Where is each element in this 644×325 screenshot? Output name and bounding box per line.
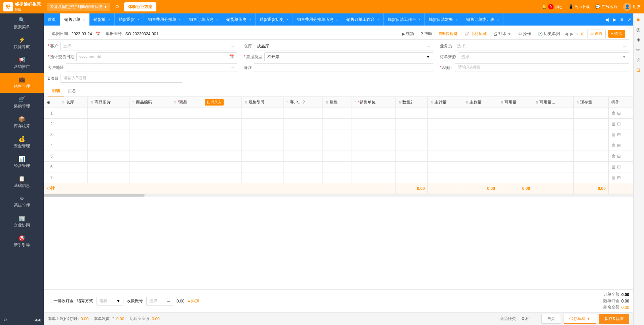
settlement-select[interactable]: 选择... ▼	[97, 297, 123, 306]
table-tab-detail[interactable]: 明细	[48, 86, 64, 96]
right-panel-btn-5[interactable]: ☆	[634, 55, 643, 65]
a-project-input[interactable]: 请输入A项目	[455, 63, 629, 72]
tab-close-reconcile[interactable]: ×	[456, 18, 458, 22]
salesperson-input[interactable]: 选择... ···	[454, 42, 629, 50]
sort-icon-spec[interactable]: ⇅	[244, 100, 247, 104]
sort-icon-product-image[interactable]: ⇅	[90, 100, 93, 104]
scrollbar-thumb[interactable]	[44, 194, 145, 197]
sort-icon-available[interactable]: ⇅	[501, 100, 503, 104]
tab-close-order-workbench[interactable]: ×	[377, 18, 379, 22]
sort-icon-warehouse[interactable]: ⇅	[62, 100, 65, 104]
settings-gear-icon[interactable]: ⚙	[114, 3, 121, 11]
delivery-calendar-icon[interactable]: 📅	[229, 54, 234, 59]
row-copy-icon[interactable]: ⊞	[617, 175, 621, 180]
sort-icon-product[interactable]: ⇅	[174, 100, 177, 104]
right-panel-btn-3[interactable]: ◈	[634, 35, 643, 44]
print-btn[interactable]: 🖨 打印 ▼	[491, 30, 514, 38]
sort-icon-main-unit[interactable]: ⇅	[430, 100, 433, 104]
sidebar-item-search[interactable]: 🔍 搜索菜单	[0, 13, 44, 33]
customer-input[interactable]: 选择... ···	[60, 42, 237, 50]
delivery-input[interactable]: yyyy-mm-dd 📅	[76, 52, 237, 61]
row-delete-icon[interactable]: 🗑	[611, 111, 616, 116]
sidebar-item-system[interactable]: ⚙ 系统管理	[0, 192, 44, 212]
add-payment-btn[interactable]: ● 添加	[188, 298, 199, 304]
tab-home[interactable]: 首页	[44, 13, 60, 26]
system-title[interactable]: 装备及固定资产辅助管理系统 ▼	[47, 3, 110, 11]
tab-sales-expense[interactable]: 销售费用分摊单 ×	[144, 13, 185, 26]
tab-close-sales-bill-history[interactable]: ×	[249, 18, 251, 22]
row-copy-icon[interactable]: ⊞	[617, 132, 621, 137]
account-dots-icon[interactable]: ···	[167, 299, 170, 303]
settings-button[interactable]: ⚙ 设置	[587, 30, 606, 38]
row-delete-icon[interactable]: 🗑	[611, 132, 616, 137]
row-copy-icon[interactable]: ⊞	[617, 111, 621, 116]
sidebar-item-purchase[interactable]: 🛒 采购管理	[0, 93, 44, 113]
tab-expand-btn[interactable]: ⤢	[625, 13, 633, 26]
operations-btn[interactable]: ⚙ 操作	[516, 30, 533, 38]
sidebar-item-basic[interactable]: 📋 基础信息	[0, 172, 44, 192]
tab-sales-return[interactable]: 销货退货 ×	[115, 13, 144, 26]
add-material-button[interactable]: + 物流	[608, 30, 625, 38]
sidebar-item-enterprise[interactable]: 🏢 企业协同	[0, 212, 44, 232]
user-item[interactable]: 👤 用友	[623, 3, 641, 11]
calendar-icon[interactable]: 📅	[95, 32, 100, 36]
tab-close-expense-history[interactable]: ×	[336, 18, 338, 22]
save-new-button[interactable]: 保存&新增	[599, 314, 629, 324]
view-toggle-list[interactable]: ≡	[576, 32, 578, 36]
online-service-item[interactable]: 💬 在线客服	[595, 4, 618, 10]
shortcut-btn[interactable]: ⌨ 快捷键	[437, 30, 460, 38]
scan-button[interactable]: 扫码录入	[205, 99, 224, 106]
tab-close-stats[interactable]: ×	[497, 18, 499, 22]
tab-sales-order-history[interactable]: 销售订单历史 ×	[185, 13, 222, 26]
tab-sales-bill-history[interactable]: 销货单历史 ×	[222, 13, 256, 26]
row-delete-icon[interactable]: 🗑	[611, 164, 616, 169]
tab-sales-order[interactable]: 销售订单 ×	[60, 13, 89, 26]
row-delete-icon[interactable]: 🗑	[611, 121, 616, 126]
row-delete-icon[interactable]: 🗑	[611, 143, 616, 148]
sidebar-item-quick-nav[interactable]: ⚡ 快捷导航	[0, 33, 44, 53]
app-download-item[interactable]: 📱 App下载	[568, 4, 590, 10]
right-panel-btn-6[interactable]: ⊡	[634, 65, 643, 75]
account-select[interactable]: 选择... ···	[146, 297, 173, 306]
help-btn[interactable]: ? 帮助	[419, 30, 434, 38]
solution-button[interactable]: 体验行业方案	[124, 2, 156, 11]
sidebar-item-inventory[interactable]: 📦 库存核算	[0, 113, 44, 132]
row-copy-icon[interactable]: ⊞	[617, 164, 621, 169]
order-source-input[interactable]: 选择... ▼	[458, 52, 629, 61]
address-input[interactable]: ···	[66, 63, 237, 72]
secondary-help-icon[interactable]: ?	[112, 317, 114, 321]
tab-order-workbench[interactable]: 销售订单工作台 ×	[342, 13, 384, 26]
sort-icon-attributes[interactable]: ⇅	[326, 100, 328, 104]
sidebar-settings-icon[interactable]: ⚙	[3, 318, 7, 322]
tab-stats[interactable]: 销售订单统计表 ×	[462, 13, 503, 26]
sidebar-item-sales[interactable]: 💼 销售管理	[0, 73, 44, 93]
tab-return-history[interactable]: 销货退货历史 ×	[256, 13, 293, 26]
right-panel-btn-4[interactable]: ✏	[634, 45, 643, 54]
product-count-icon[interactable]: ⊙	[494, 317, 498, 321]
one-click-deposit-checkbox[interactable]: 一键收订金	[48, 298, 74, 304]
salesperson-dots-icon[interactable]: ···	[623, 44, 626, 48]
warehouse-dots-icon[interactable]: ···	[427, 44, 430, 48]
view-toggle-grid[interactable]: ⊞	[581, 32, 584, 36]
sort-icon-customer-code[interactable]: ⇅	[286, 100, 289, 104]
row-copy-icon[interactable]: ⊞	[617, 154, 621, 159]
tab-close-sales-expense[interactable]: ×	[179, 18, 181, 22]
tab-prev-btn[interactable]: ◀	[603, 13, 611, 26]
col-settings[interactable]: ⚙	[44, 97, 59, 108]
row-delete-icon[interactable]: 🗑	[611, 175, 616, 180]
row-copy-icon[interactable]: ⊞	[617, 121, 621, 126]
notes-input[interactable]	[254, 63, 433, 72]
history-btn[interactable]: 🕐 历史单据	[536, 30, 562, 38]
form-nav-prev[interactable]: ◀	[565, 32, 568, 36]
tab-menu-btn[interactable]: ≡	[618, 13, 625, 26]
scrollbar-track[interactable]	[44, 194, 633, 197]
warehouse-input[interactable]: 成品库 ···	[254, 42, 433, 50]
address-dots-icon[interactable]: ···	[231, 65, 234, 70]
sort-icon-sales-unit[interactable]: ⇅	[354, 100, 357, 104]
tab-close-daily-clear[interactable]: ×	[419, 18, 421, 22]
one-click-deposit-input[interactable]	[48, 299, 52, 303]
tab-expense-history[interactable]: 销售费用分摊单历史 ×	[293, 13, 342, 26]
form-nav-next[interactable]: ▶	[570, 32, 573, 36]
right-panel-btn-2[interactable]: ◎	[634, 25, 643, 34]
save-draft-button[interactable]: 保存草稿 ▼	[564, 314, 596, 324]
